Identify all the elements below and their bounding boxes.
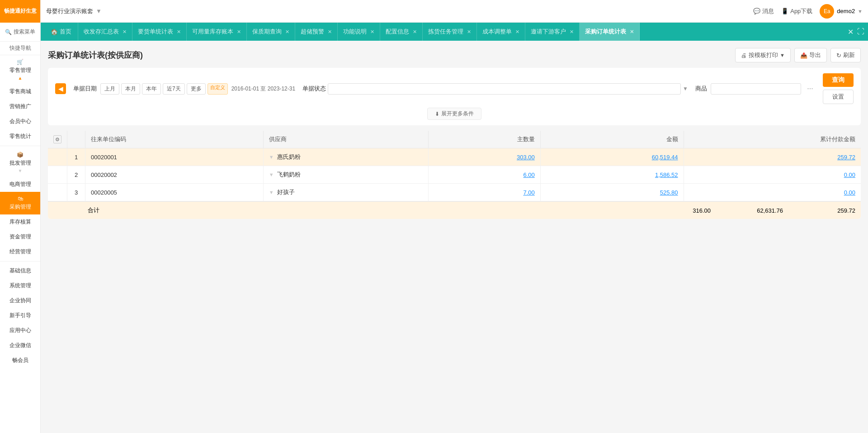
row-amount: 525.80 [540,184,684,201]
sidebar-item-inventory[interactable]: 库存核算 [0,214,40,229]
sidebar-item-guide[interactable]: 新手引导 [0,308,40,323]
row-index: 1 [67,148,85,166]
date-more-button[interactable]: 更多 [187,83,206,95]
tab-overstock-close[interactable]: ✕ [328,29,332,35]
supplier-dropdown-icon: ▼ [269,172,274,177]
sidebar-item-batch[interactable]: 📦 批发管理 ▼ [0,148,40,177]
filter-area: ◀ 单据日期 上月 本月 本年 近7天 更多 自定义 2016-01-01 至 … [48,68,861,125]
filter-toggle-button[interactable]: ◀ [55,83,66,94]
tab-purchase-stats-close[interactable]: ✕ [630,29,634,35]
app-icon: 📱 [781,8,788,14]
sidebar-item-appstore[interactable]: 应用中心 [0,323,40,338]
maximize-tab-button[interactable]: ⛶ [857,28,864,36]
purchase-stats-table: ⚙ 往来单位编码 供应商 主数量 金额 累计付款金额 1 00020001 [48,131,861,201]
tab-config-close[interactable]: ✕ [413,29,417,35]
tab-collection-close[interactable]: ✕ [123,29,127,35]
close-tab-button[interactable]: ✕ [848,28,854,36]
tab-available-close[interactable]: ✕ [237,29,241,35]
tab-picking-close[interactable]: ✕ [467,29,471,35]
tab-cost[interactable]: 成本调整单 ✕ [477,23,525,41]
row-paid-link[interactable]: 259.72 [837,154,855,161]
sidebar-item-marketing[interactable]: 营销推广 [0,99,40,114]
workspace-selector[interactable]: 母婴行业演示账套 ▼ [46,7,750,15]
expand-more-button[interactable]: ⬇ 展开更多条件 [427,108,481,120]
table-row[interactable]: 3 00020005 ▼ 好孩子 7.00 525.80 [48,184,861,201]
date-this-year-button[interactable]: 本年 [142,83,161,95]
sidebar-item-retail[interactable]: 🛒 零售管理 ▲ [0,55,40,84]
tab-func[interactable]: 功能说明 ✕ [338,23,380,41]
date-last-month-button[interactable]: 上月 [100,83,119,95]
chevron-down-icon: ▲ [18,76,23,81]
sidebar-item-label: 会员中心 [9,118,31,125]
status-dropdown-icon: ▼ [683,86,688,92]
printer-icon: 🖨 [741,52,747,59]
query-button[interactable]: 查询 [823,73,854,87]
sidebar-item-label: 采购管理 [9,203,31,211]
refresh-label: 刷新 [843,51,855,59]
row-paid-link[interactable]: 0.00 [844,171,855,178]
row-paid-link[interactable]: 0.00 [844,189,855,196]
tab-invite-label: 邀请下游客户 [531,28,566,36]
table-row[interactable]: 1 00020001 ▼ 惠氏奶粉 303.00 60,519.44 [48,148,861,166]
row-qty-link[interactable]: 7.00 [523,189,534,196]
sidebar-item-label: 零售统计 [9,133,31,140]
sidebar-item-members[interactable]: 会员中心 [0,114,40,129]
row-amount-link[interactable]: 60,519.44 [652,154,678,161]
row-qty: 303.00 [429,148,541,166]
tab-collection[interactable]: 收发存汇总表 ✕ [78,23,132,41]
tab-home[interactable]: 🏠 首页 [44,23,78,41]
date-range-text: 2016-01-01 至 2023-12-31 [231,85,295,93]
app-download-button[interactable]: 📱 App下载 [781,7,812,15]
tab-cost-close[interactable]: ✕ [515,29,519,35]
table-footer: 合计 316.00 62,631.76 259.72 [48,201,861,219]
print-button[interactable]: 🖨 按模板打印 ▼ [735,48,791,62]
tab-invite-close[interactable]: ✕ [570,29,574,35]
sidebar-item-system[interactable]: 系统管理 [0,278,40,293]
sidebar-item-ecom[interactable]: 电商管理 [0,177,40,192]
row-qty-link[interactable]: 303.00 [517,154,535,161]
tab-requisition-close[interactable]: ✕ [177,29,181,35]
table-row[interactable]: 2 00020002 ▼ 飞鹤奶粉 6.00 1,586.52 [48,166,861,184]
tab-purchase-stats[interactable]: 采购订单统计表 ✕ [580,23,640,41]
sidebar-item-retail-shop[interactable]: 零售商城 [0,84,40,99]
user-menu[interactable]: Ea demo2 ▼ [820,4,863,19]
tab-expiry-close[interactable]: ✕ [285,29,289,35]
date-this-month-button[interactable]: 本月 [121,83,140,95]
export-button[interactable]: 📤 导出 [794,48,827,62]
sidebar-item-ops[interactable]: 经营管理 [0,244,40,259]
row-amount-link[interactable]: 525.80 [660,189,678,196]
tab-overstock[interactable]: 超储预警 ✕ [295,23,338,41]
tab-available[interactable]: 可用量库存账本 ✕ [187,23,247,41]
row-amount-link[interactable]: 1,586.52 [655,171,678,178]
date-custom-tag[interactable]: 自定义 [208,83,228,95]
goods-input[interactable] [711,83,801,95]
message-button[interactable]: 💬 消息 [753,7,774,15]
refresh-icon: ↻ [836,52,841,59]
tab-expiry[interactable]: 保质期查询 ✕ [247,23,295,41]
status-input[interactable] [328,83,681,95]
refresh-button[interactable]: ↻ 刷新 [830,48,861,62]
search-menu-button[interactable]: 🔍 搜索菜单 [3,26,38,38]
tab-config[interactable]: 配置信息 ✕ [380,23,423,41]
settings-button[interactable]: 设置 [823,90,854,104]
goods-more-icon[interactable]: ··· [805,83,816,94]
sidebar-item-vip[interactable]: 畅会员 [0,353,40,368]
sidebar-item-retail-stats[interactable]: 零售统计 [0,129,40,144]
tab-invite[interactable]: 邀请下游客户 ✕ [525,23,580,41]
sidebar-item-wechat[interactable]: 企业微信 [0,338,40,353]
sidebar-item-purchase[interactable]: 🛍 采购管理 [0,192,40,214]
supplier-dropdown-icon: ▼ [269,190,274,195]
tab-requisition[interactable]: 要货单统计表 ✕ [132,23,187,41]
row-code: 00020005 [85,184,264,201]
row-paid: 0.00 [684,184,861,201]
row-qty-link[interactable]: 6.00 [523,171,534,178]
supplier-dropdown-icon: ▼ [269,154,274,160]
user-avatar: Ea [820,4,834,19]
sidebar-item-finance[interactable]: 资金管理 [0,229,40,244]
column-settings-icon[interactable]: ⚙ [53,135,61,143]
sidebar-item-basic[interactable]: 基础信息 [0,263,40,278]
sidebar-item-collab[interactable]: 企业协同 [0,293,40,308]
tab-func-close[interactable]: ✕ [370,29,374,35]
date-last-7-days-button[interactable]: 近7天 [163,83,185,95]
tab-picking[interactable]: 拣货任务管理 ✕ [423,23,477,41]
